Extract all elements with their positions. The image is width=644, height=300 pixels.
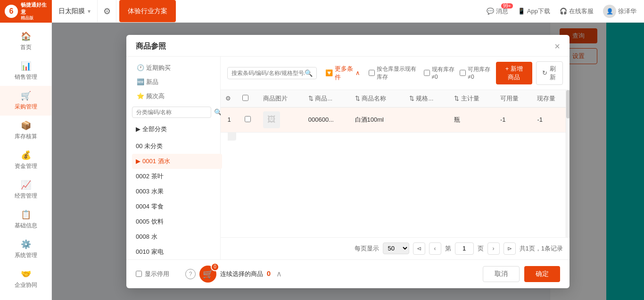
category-all[interactable]: ▶ 全部分类 (132, 122, 222, 137)
category-appliances[interactable]: 0010 家电 (132, 244, 222, 259)
show-warehouse-stock-filter[interactable]: 按仓库显示现有库存 (369, 65, 419, 81)
td-row-num: 1 (221, 107, 238, 132)
th-spec[interactable]: ⇅ 规格... (405, 90, 449, 108)
customer-service-nav-item[interactable]: 🎧 在线客服 (560, 7, 594, 16)
prev-page-button[interactable]: ‹ (429, 242, 441, 255)
more-filter-button[interactable]: 🔽 更多条件 ∧ (322, 63, 363, 83)
footer-actions: 取消 确定 (483, 266, 560, 282)
sidebar-item-inventory[interactable]: 📦 库存核算 (0, 116, 51, 145)
add-product-button[interactable]: + 新增商品 (496, 62, 532, 84)
sidebar-item-purchase[interactable]: 🛒 采购管理 (0, 86, 51, 116)
enterprise-icon: 🤝 (21, 269, 31, 279)
refresh-button[interactable]: ↻ 刷新 (536, 61, 563, 85)
trial-button[interactable]: 体验行业方案 (119, 0, 176, 22)
scrollbar-thumb[interactable] (566, 90, 570, 118)
td-checkbox (238, 107, 258, 132)
table-body: 1 🖼 (221, 107, 570, 132)
tab-frequent[interactable]: ⭐ 频次高 (132, 90, 215, 103)
table-settings-icon[interactable]: ⚙ (225, 95, 231, 102)
th-unit[interactable]: ⇅ 主计量 (449, 90, 495, 108)
sidebar-item-sales[interactable]: 📊 销售管理 (0, 56, 51, 86)
modal-header: 商品参照 × (126, 35, 570, 57)
th-product-img: 商品图片 (258, 90, 304, 108)
table-scrollbar[interactable] (566, 90, 570, 237)
confirm-button[interactable]: 确定 (524, 266, 560, 282)
app-icon: 📱 (518, 8, 525, 15)
available-stock-nonzero-filter[interactable]: 可用库存≠0 (460, 66, 491, 80)
first-page-button[interactable]: ⊲ (413, 242, 425, 255)
product-image: 🖼 (263, 111, 280, 128)
sidebar-item-guide[interactable]: 📖 新手引导 (0, 294, 51, 300)
current-stock-nonzero-filter[interactable]: 现有库存≠0 (424, 66, 455, 80)
cancel-button[interactable]: 取消 (483, 266, 520, 282)
home-icon: 🏠 (21, 31, 31, 42)
sales-icon: 📊 (21, 61, 31, 71)
th-available: 可用量 (495, 90, 533, 108)
select-all-checkbox[interactable] (242, 95, 248, 101)
sidebar-item-home[interactable]: 🏠 首页 (0, 26, 51, 56)
available-stock-checkbox[interactable] (460, 70, 466, 76)
category-water[interactable]: 0008 水 (132, 229, 222, 244)
page-label: 第 (445, 244, 451, 253)
product-search-box: 🔍 (227, 67, 317, 79)
td-available: -1 (495, 107, 533, 132)
current-stock-checkbox[interactable] (424, 70, 430, 76)
sidebar-item-system[interactable]: ⚙️ 系统管理 (0, 234, 51, 264)
modal-close-button[interactable]: × (554, 42, 560, 51)
sidebar: 🏠 首页 📊 销售管理 🛒 采购管理 📦 库存核算 💰 资金管理 📈 经营管理 … (0, 23, 52, 300)
td-product-code: 000600... (304, 107, 350, 132)
modal-toolbar: 🔍 🔽 更多条件 ∧ 按仓库显示现有库存 (221, 57, 570, 90)
help-icon[interactable]: ? (185, 269, 196, 279)
sidebar-item-enterprise[interactable]: 🤝 企业协同 (0, 264, 51, 294)
show-disabled-checkbox[interactable] (136, 271, 142, 277)
logo-title: 畅捷通好生意 (21, 1, 47, 15)
td-unit: 瓶 (449, 107, 495, 132)
sort-icon-unit: ⇅ (454, 95, 459, 102)
product-table: ⚙ 商品图片 (221, 90, 570, 133)
product-search-icon[interactable]: 🔍 (305, 69, 313, 77)
modal-title: 商品参照 (136, 42, 166, 51)
th-stock: 现存量 (532, 90, 570, 108)
purchase-icon: 🛒 (21, 91, 31, 101)
next-page-button[interactable]: › (487, 242, 500, 255)
tab-recent-purchase[interactable]: 🕐 近期购买 (132, 61, 215, 75)
system-icon: ⚙️ (21, 239, 31, 250)
main-content: 查询 设置 商品参照 × 🕐 近期购买 (52, 23, 644, 300)
th-product-name[interactable]: ⇅ 商品名称 (350, 90, 405, 108)
th-product-code[interactable]: ⇅ 商品... (304, 90, 350, 108)
table-row[interactable]: 1 🖼 (221, 107, 570, 132)
user-profile-nav-item[interactable]: 👤 徐泽华 (603, 5, 636, 18)
refresh-icon: ↻ (542, 69, 547, 76)
row-checkbox[interactable] (245, 116, 251, 122)
product-search-input[interactable] (231, 70, 305, 76)
page-number-input[interactable] (455, 242, 474, 255)
category-search-input[interactable] (132, 107, 211, 118)
tab-new-products[interactable]: 🆕 新品 (132, 75, 215, 89)
branch-dropdown[interactable]: 日太阳膜 ▾ (52, 0, 98, 23)
show-disabled-filter[interactable]: 显示停用 (136, 270, 169, 278)
sidebar-item-basic-info[interactable]: 📋 基础信息 (0, 205, 51, 234)
category-snacks[interactable]: 0004 零食 (132, 199, 222, 214)
collapse-cart-icon[interactable]: ∧ (276, 269, 282, 278)
logo: 6 畅捷通好生意 精品版 (0, 0, 52, 23)
category-drinks[interactable]: 0005 饮料 (132, 214, 222, 229)
finance-icon: 💰 (21, 150, 31, 160)
settings-icon[interactable]: ⚙ (98, 0, 116, 23)
sidebar-item-operations[interactable]: 📈 经营管理 (0, 175, 51, 205)
app-download-nav-item[interactable]: 📱 App下载 (518, 7, 550, 16)
cart-button[interactable]: 🛒 0 (199, 266, 216, 283)
category-uncategorized[interactable]: 00 未分类 (132, 139, 222, 154)
page-size-select[interactable]: 50 10 20 100 (383, 242, 409, 254)
messages-nav-item[interactable]: 💬 消息 99+ (487, 7, 508, 16)
last-page-button[interactable]: ⊳ (504, 242, 516, 255)
sidebar-item-finance[interactable]: 💰 资金管理 (0, 145, 51, 175)
modal-overlay: 商品参照 × 🕐 近期购买 🆕 (52, 23, 644, 300)
category-expand-icon: ▶ (136, 125, 140, 133)
product-table-wrapper: ⚙ 商品图片 (221, 90, 570, 237)
modal-right-panel: 🔍 🔽 更多条件 ∧ 按仓库显示现有库存 (221, 57, 570, 259)
category-tea[interactable]: 0002 茶叶 (132, 169, 222, 184)
category-list: ▶ 全部分类 00 未分类 ▶ 0001 酒水 (126, 122, 228, 259)
show-warehouse-checkbox[interactable] (369, 70, 375, 76)
category-fruit[interactable]: 0003 水果 (132, 184, 222, 199)
category-liquor[interactable]: ▶ 0001 酒水 (132, 154, 222, 169)
